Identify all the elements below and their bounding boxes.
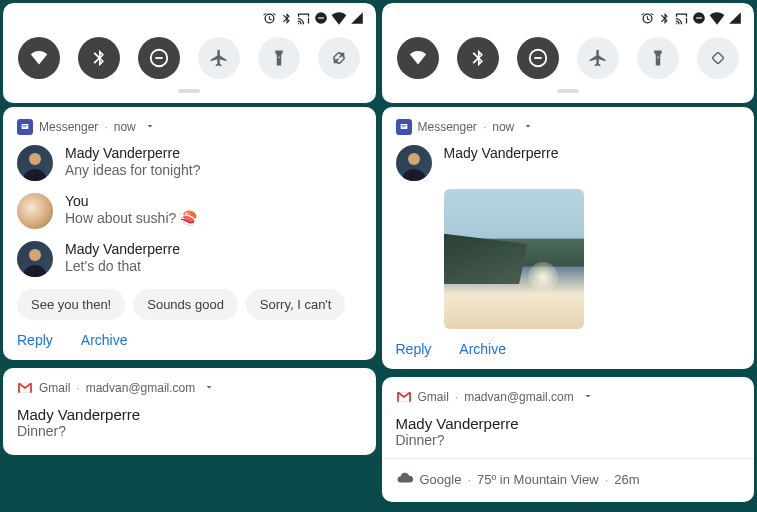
notification-header[interactable]: Messenger · now <box>17 119 362 135</box>
email-subject: Dinner? <box>396 432 741 448</box>
reply-action[interactable]: Reply <box>396 341 432 357</box>
message-text: Let's do that <box>65 258 362 274</box>
divider <box>382 458 755 459</box>
svg-rect-16 <box>400 124 407 129</box>
message-text: Any ideas for tonight? <box>65 162 362 178</box>
gmail-app-icon <box>396 389 412 405</box>
email-subject: Dinner? <box>17 423 362 439</box>
gmail-app-icon <box>17 380 33 396</box>
quick-settings-panel <box>3 3 376 103</box>
wifi-tile[interactable] <box>18 37 60 79</box>
email-sender: Mady Vanderperre <box>17 406 362 423</box>
account-label: madvan@gmail.com <box>86 381 196 395</box>
status-bar <box>3 9 376 29</box>
wifi-tile[interactable] <box>397 37 439 79</box>
alarm-icon <box>640 11 655 26</box>
smart-reply-chip[interactable]: See you then! <box>17 289 125 320</box>
message-row: Mady Vanderperre <box>396 145 741 181</box>
quick-settings-row <box>3 29 376 85</box>
dnd-status-icon <box>314 11 328 25</box>
message-row: You How about sushi? 🍣 <box>17 193 362 229</box>
message-row: Mady Vanderperre Any ideas for tonight? <box>17 145 362 181</box>
flashlight-tile[interactable] <box>637 37 679 79</box>
cell-signal-icon <box>350 11 364 25</box>
image-attachment[interactable] <box>444 189 584 329</box>
svg-point-8 <box>29 153 41 165</box>
notification-actions: Reply Archive <box>396 341 741 357</box>
svg-point-19 <box>408 153 420 165</box>
app-name: Messenger <box>39 120 98 134</box>
smart-reply-row: See you then! Sounds good Sorry, I can't <box>17 289 362 320</box>
autorotate-tile[interactable] <box>318 37 360 79</box>
svg-rect-12 <box>696 17 702 18</box>
svg-rect-17 <box>401 125 406 126</box>
svg-rect-6 <box>23 125 28 126</box>
notification-header[interactable]: Gmail · madvan@gmail.com <box>396 389 741 405</box>
svg-rect-5 <box>22 124 29 129</box>
account-label: madvan@gmail.com <box>464 390 574 404</box>
app-name: Gmail <box>418 390 449 404</box>
notification-time: now <box>492 120 514 134</box>
archive-action[interactable]: Archive <box>81 332 128 348</box>
phone-left: Messenger · now Mady Vanderperre Any ide… <box>3 3 376 509</box>
svg-rect-3 <box>156 57 163 59</box>
status-bar <box>382 9 755 29</box>
bluetooth-tile[interactable] <box>78 37 120 79</box>
avatar <box>17 241 53 277</box>
bluetooth-tile[interactable] <box>457 37 499 79</box>
email-sender: Mady Vanderperre <box>396 415 741 432</box>
chevron-down-icon[interactable] <box>144 120 156 135</box>
messenger-app-icon <box>17 119 33 135</box>
notification-header[interactable]: Gmail · madvan@gmail.com <box>17 380 362 396</box>
message-sender: Mady Vanderperre <box>65 145 362 161</box>
messenger-notification[interactable]: Messenger · now Mady Vanderperre Reply A… <box>382 107 755 369</box>
weather-notification[interactable]: Google · 75º in Mountain View · 26m <box>396 469 741 490</box>
message-sender: Mady Vanderperre <box>65 241 362 257</box>
svg-rect-1 <box>318 17 324 18</box>
chevron-down-icon[interactable] <box>582 390 594 405</box>
message-sender: Mady Vanderperre <box>444 145 741 161</box>
messenger-app-icon <box>396 119 412 135</box>
chevron-down-icon[interactable] <box>203 381 215 396</box>
dnd-status-icon <box>692 11 706 25</box>
app-name: Google <box>420 472 462 487</box>
flashlight-tile[interactable] <box>258 37 300 79</box>
app-name: Gmail <box>39 381 70 395</box>
notification-age: 26m <box>614 472 639 487</box>
wifi-status-icon <box>331 11 347 25</box>
dnd-tile[interactable] <box>517 37 559 79</box>
panel-drag-handle[interactable] <box>178 89 200 93</box>
message-row: Mady Vanderperre Let's do that <box>17 241 362 277</box>
phone-right: Messenger · now Mady Vanderperre Reply A… <box>382 3 755 509</box>
svg-point-9 <box>29 249 41 261</box>
message-sender: You <box>65 193 362 209</box>
weather-summary: 75º in Mountain View <box>477 472 599 487</box>
svg-rect-15 <box>712 52 724 64</box>
panel-drag-handle[interactable] <box>557 89 579 93</box>
bluetooth-status-icon <box>658 12 671 25</box>
chevron-down-icon[interactable] <box>522 120 534 135</box>
cloud-icon <box>396 469 414 490</box>
notification-time: now <box>114 120 136 134</box>
notification-header[interactable]: Messenger · now <box>396 119 741 135</box>
cast-icon <box>296 11 311 26</box>
archive-action[interactable]: Archive <box>459 341 506 357</box>
svg-rect-18 <box>401 127 405 128</box>
smart-reply-chip[interactable]: Sorry, I can't <box>246 289 346 320</box>
dnd-tile[interactable] <box>138 37 180 79</box>
reply-action[interactable]: Reply <box>17 332 53 348</box>
notification-actions: Reply Archive <box>17 332 362 348</box>
svg-rect-14 <box>534 57 541 59</box>
gmail-notification[interactable]: Gmail · madvan@gmail.com Mady Vanderperr… <box>382 377 755 502</box>
app-name: Messenger <box>418 120 477 134</box>
avatar <box>396 145 432 181</box>
messenger-notification[interactable]: Messenger · now Mady Vanderperre Any ide… <box>3 107 376 360</box>
autorotate-tile[interactable] <box>697 37 739 79</box>
avatar <box>17 193 53 229</box>
svg-rect-7 <box>23 127 27 128</box>
airplane-tile[interactable] <box>577 37 619 79</box>
bluetooth-status-icon <box>280 12 293 25</box>
gmail-notification[interactable]: Gmail · madvan@gmail.com Mady Vanderperr… <box>3 368 376 455</box>
smart-reply-chip[interactable]: Sounds good <box>133 289 238 320</box>
airplane-tile[interactable] <box>198 37 240 79</box>
